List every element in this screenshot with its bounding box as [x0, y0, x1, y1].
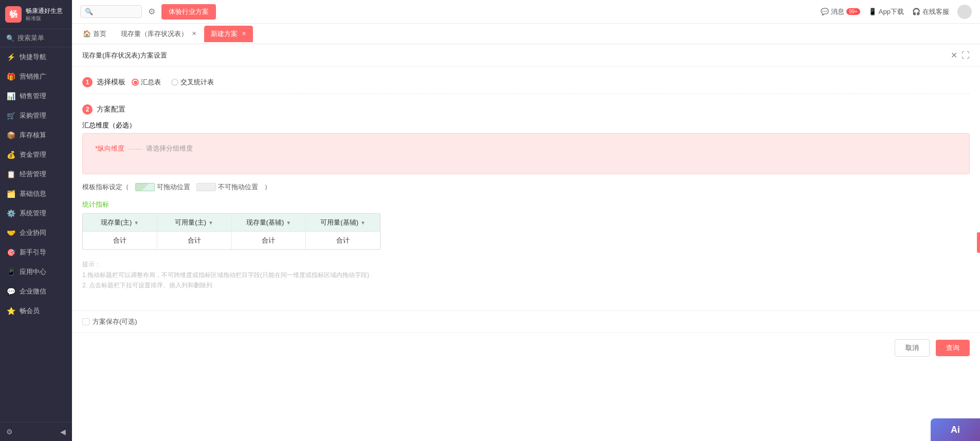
- template-indicator: 模板指标设定（ 可拖动位置 不可拖动位置 ）: [82, 182, 970, 192]
- stats-col3-header[interactable]: 现存量(基辅) ▼: [232, 214, 306, 231]
- col1-chevron-icon: ▼: [134, 220, 139, 226]
- dimension-title-row: 汇总维度（必选）: [82, 121, 970, 130]
- inventory-icon: 📦: [6, 131, 15, 140]
- panel-close-btn[interactable]: ✕: [951, 50, 957, 60]
- operation-icon: 📋: [6, 170, 15, 179]
- stats-section: 统计指标 现存量(主) ▼ 可用量(主) ▼: [82, 200, 970, 250]
- finance-icon: 💰: [6, 150, 15, 159]
- ai-fab-button[interactable]: Ai: [931, 418, 980, 441]
- sidebar-nav: ⚡ 快捷导航 🎁 营销推广 📊 销售管理 🛒 采购管理 📦 库存核算 💰 资金管…: [0, 47, 72, 422]
- template-indicator-suffix: ）: [264, 182, 271, 192]
- right-edge-indicator: [977, 232, 980, 253]
- sidebar-item-label: 快捷导航: [20, 52, 46, 62]
- stats-col2-data: 合计: [157, 232, 232, 249]
- sidebar-collapse-btn[interactable]: ◀: [60, 428, 66, 436]
- tab-new-plan-close-btn[interactable]: ✕: [242, 30, 246, 37]
- tab-new-plan[interactable]: 新建方案 ✕: [204, 26, 253, 42]
- dimension-placeholder: *纵向维度 —— 请选择分组维度: [95, 144, 957, 153]
- sidebar-item-quick-nav[interactable]: ⚡ 快捷导航: [0, 47, 72, 67]
- tips-item-2: 2. 点击标题栏下拉可设置排序、插入列和删除列: [82, 281, 970, 290]
- sidebar-item-guide[interactable]: 🎯 新手引导: [0, 243, 72, 262]
- messages-label: 消息: [831, 7, 844, 16]
- stats-col1-label: 现存量(主): [101, 218, 132, 227]
- dimension-area[interactable]: *纵向维度 —— 请选择分组维度: [82, 133, 970, 174]
- app-name: 畅康通好生意: [26, 7, 63, 15]
- app-download-label: App下载: [879, 7, 904, 16]
- sidebar-search[interactable]: 🔍 搜索菜单: [0, 29, 72, 47]
- customer-service-btn[interactable]: 🎧 在线客服: [912, 7, 949, 16]
- quick-nav-icon: ⚡: [6, 52, 15, 62]
- cancel-button[interactable]: 取消: [895, 339, 930, 357]
- locked-label: 不可拖动位置: [218, 182, 258, 192]
- sidebar: 畅 畅康通好生意 标准版 🔍 搜索菜单 ⚡ 快捷导航 🎁 营销推广 📊 销售管理…: [0, 0, 72, 441]
- sidebar-item-label: 新手引导: [20, 248, 46, 257]
- stats-col2-label: 可用量(主): [175, 218, 206, 227]
- sidebar-item-label: 企业微信: [20, 287, 46, 296]
- save-option-checkbox[interactable]: [82, 318, 89, 325]
- sidebar-item-finance[interactable]: 💰 资金管理: [0, 145, 72, 164]
- sidebar-item-marketing[interactable]: 🎁 营销推广: [0, 67, 72, 86]
- purchase-icon: 🛒: [6, 111, 15, 120]
- sidebar-settings-btn[interactable]: ⚙: [6, 428, 13, 436]
- messages-btn[interactable]: 💬 消息 99+: [821, 7, 860, 16]
- stats-col2-header[interactable]: 可用量(主) ▼: [157, 214, 232, 231]
- stats-col3-data: 合计: [232, 232, 306, 249]
- stats-col4-header[interactable]: 可用量(基辅) ▼: [306, 214, 380, 231]
- sidebar-item-purchase[interactable]: 🛒 采购管理: [0, 106, 72, 125]
- sidebar-item-label: 资金管理: [20, 150, 46, 159]
- stats-col1-header[interactable]: 现存量(主) ▼: [83, 214, 157, 231]
- sidebar-item-sales[interactable]: 📊 销售管理: [0, 86, 72, 106]
- messages-badge: 99+: [846, 8, 860, 15]
- wechat-icon: 💬: [6, 287, 15, 296]
- panel-title: 现存量(库存状况表)方案设置: [82, 51, 167, 60]
- step1-radio-group: 汇总表 交叉统计表: [132, 78, 214, 87]
- sidebar-item-label: 营销推广: [20, 72, 46, 81]
- sidebar-item-wechat[interactable]: 💬 企业微信: [0, 282, 72, 301]
- sidebar-item-basic[interactable]: 🗂️ 基础信息: [0, 184, 72, 204]
- user-avatar[interactable]: [957, 5, 972, 19]
- radio-cross[interactable]: 交叉统计表: [171, 78, 214, 87]
- movable-indicator: 可拖动位置: [135, 182, 190, 192]
- topbar-settings-icon[interactable]: ⚙: [148, 7, 155, 16]
- radio-summary-dot: [134, 81, 137, 84]
- basic-icon: 🗂️: [6, 189, 15, 198]
- panel-expand-btn[interactable]: ⛶: [961, 50, 970, 60]
- stats-col4-label: 可用量(基辅): [320, 218, 358, 227]
- sidebar-item-cooperation[interactable]: 🤝 企业协同: [0, 223, 72, 243]
- stats-table: 现存量(主) ▼ 可用量(主) ▼ 现存量(基辅) ▼: [82, 213, 380, 250]
- col2-chevron-icon: ▼: [208, 220, 213, 226]
- tips-item-1: 1.拖动标题栏可以调整布局，不可跨维度或指标区域拖动栏目字段(只能在同一维度或指…: [82, 271, 970, 280]
- sidebar-item-operation[interactable]: 📋 经营管理: [0, 164, 72, 184]
- tab-inventory-status[interactable]: 现存量（库存状况表） ✕: [114, 26, 203, 42]
- home-icon: 🏠: [83, 30, 91, 38]
- stats-col3-subLabel: 合计: [262, 236, 275, 245]
- sidebar-item-label: 应用中心: [20, 267, 46, 277]
- tab-inventory-close-btn[interactable]: ✕: [192, 30, 196, 37]
- sidebar-item-label: 基础信息: [20, 189, 46, 198]
- radio-summary[interactable]: 汇总表: [132, 78, 161, 87]
- app-logo-icon: 畅: [5, 6, 22, 23]
- app-version: 标准版: [26, 15, 63, 22]
- locked-icon: [196, 183, 216, 191]
- tab-home[interactable]: 🏠 首页: [76, 26, 113, 42]
- sidebar-item-inventory[interactable]: 📦 库存核算: [0, 125, 72, 145]
- trial-button[interactable]: 体验行业方案: [161, 4, 216, 20]
- app-download-btn[interactable]: 📱 App下载: [868, 7, 904, 16]
- topbar-search-box[interactable]: 🔍: [80, 5, 142, 18]
- sales-icon: 📊: [6, 91, 15, 101]
- sidebar-logo: 畅 畅康通好生意 标准版: [0, 0, 72, 29]
- tab-home-label: 首页: [93, 29, 106, 39]
- query-button[interactable]: 查询: [936, 340, 970, 356]
- app-center-icon: 📱: [6, 267, 15, 277]
- sidebar-item-member[interactable]: ⭐ 畅会员: [0, 301, 72, 321]
- app-name-block: 畅康通好生意 标准版: [26, 7, 63, 23]
- topbar-right: 💬 消息 99+ 📱 App下载 🎧 在线客服: [821, 5, 972, 19]
- step1-label: 选择模板: [97, 78, 125, 87]
- sidebar-item-app-center[interactable]: 📱 应用中心: [0, 262, 72, 282]
- member-icon: ⭐: [6, 306, 15, 316]
- sidebar-item-system[interactable]: ⚙️ 系统管理: [0, 204, 72, 223]
- panel-controls: ✕ ⛶: [951, 50, 970, 60]
- radio-summary-circle: [132, 79, 139, 86]
- stats-col2-subLabel: 合计: [188, 236, 201, 245]
- stats-label: 统计指标: [82, 200, 970, 209]
